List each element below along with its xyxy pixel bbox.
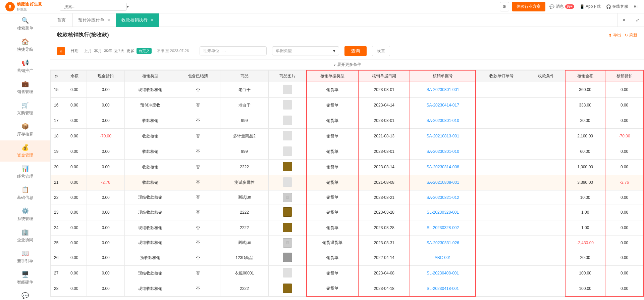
cell-goods: 多计量商品2 (220, 128, 269, 144)
cell-cash-discount: 0.00 (87, 159, 125, 175)
sidebar-item-search-menu[interactable]: 🔍 搜索菜单 (0, 13, 50, 35)
cell-include-settled: 否 (176, 82, 220, 97)
date-7days[interactable]: 近7天 (114, 48, 124, 54)
sidebar-item-enterprise[interactable]: 🏢 企业协同 (0, 225, 50, 246)
bill-no-link[interactable]: SA-20210813-001 (426, 134, 459, 138)
date-last-month[interactable]: 上月 (84, 48, 92, 54)
date-custom[interactable]: 自定义 (137, 48, 152, 54)
sidebar-label-finance: 资金管理 (17, 153, 33, 158)
sidebar-item-inventory[interactable]: 📦 库存核算 (0, 119, 50, 140)
settings-button[interactable]: 设置 (372, 46, 390, 56)
sidebar-item-basic-info[interactable]: 📋 基础信息 (0, 183, 50, 204)
bill-no-link[interactable]: SA-20230301-010 (426, 149, 459, 154)
date-this-month[interactable]: 本月 (94, 48, 102, 54)
table-row: 280.000.00现结收款核销否2222销货单2023-04-18SL-202… (51, 281, 644, 296)
cell-balance: 0.00 (62, 175, 87, 190)
bill-no-link[interactable]: SA-20230301-010 (426, 118, 459, 123)
bill-no-link[interactable]: SL-20230408-001 (427, 271, 459, 275)
bill-type-select[interactable]: 单据类型 ▾ (272, 46, 339, 55)
sidebar-item-marketing[interactable]: 📢 营销推广 (0, 56, 50, 77)
sidebar-item-newbie[interactable]: 📖 新手引导 (0, 246, 50, 267)
cell-collect-order-no (476, 159, 527, 175)
sidebar-item-quick-nav[interactable]: 🏠 快捷导航 (0, 35, 50, 56)
bill-no-link[interactable]: SA-20230331-026 (426, 241, 459, 245)
date-more[interactable]: 更多 (126, 48, 135, 54)
table-row: 180.00-70.00收款核销否多计量商品2销货单2021-08-13SA-2… (51, 128, 644, 144)
expand-conditions-bar[interactable]: ∨ 展开更多条件 (50, 60, 644, 70)
filter-expand-button[interactable]: » (57, 47, 65, 55)
sidebar-item-operations[interactable]: 📊 经营管理 (0, 162, 50, 183)
export-button[interactable]: ⬆ 导出 (608, 32, 621, 38)
date-no-limit: 不限 至 2023-07-26 (157, 48, 189, 53)
cell-writeoff-bill-type: 销货单 (307, 281, 358, 296)
sidebar-item-sales[interactable]: 💼 销售管理 (0, 77, 50, 98)
cell-writeoff-bill-no[interactable]: SA-20230331-026 (410, 235, 476, 250)
cell-collect-condition (527, 97, 565, 113)
cell-writeoff-bill-date: 2023-03-01 (358, 113, 410, 128)
cell-writeoff-discount: 0.00 (605, 113, 644, 128)
bill-no-link[interactable]: ABC-001 (435, 255, 451, 260)
sidebar-label-purchase: 采购管理 (17, 110, 33, 116)
cell-writeoff-bill-no[interactable]: SA-20230321-012 (410, 190, 476, 205)
tab-prepay-close-icon[interactable]: ✕ (107, 18, 110, 23)
cell-writeoff-discount: 0.00 (605, 281, 644, 296)
search-input[interactable] (60, 3, 127, 11)
tab-bar-actions: ✕ ⤢ (617, 13, 644, 27)
app-download-button[interactable]: 📱 App下载 (580, 4, 601, 9)
cell-writeoff-type: 现结收款核销 (125, 265, 176, 281)
bill-no-link[interactable]: SA-20210808-001 (426, 180, 459, 185)
bill-no-link[interactable]: SL-20230328-001 (427, 210, 459, 215)
table-row: 230.000.00现结收款核销否2222销货单2023-03-28SL-202… (51, 205, 644, 220)
cell-writeoff-bill-no[interactable]: SA-20210808-001 (410, 175, 476, 190)
cell-writeoff-discount: 0.00 (605, 144, 644, 159)
sidebar-label-enterprise: 企业协同 (17, 237, 33, 243)
tab-prepay[interactable]: 预付冲应付单 ✕ (73, 13, 116, 27)
trial-button[interactable]: 体验行业方案 (512, 2, 545, 11)
table-row: 160.000.00预付冲应收否老白干销货单2023-04-14SA-20230… (51, 97, 644, 113)
th-settings[interactable]: ⚙ (51, 70, 62, 82)
cell-writeoff-bill-no[interactable]: SA-20230301-010 (410, 113, 476, 128)
query-button[interactable]: 查询 (344, 46, 367, 56)
th-collect-condition: 收款条件 (527, 70, 565, 82)
cell-writeoff-type: 现结收款核销 (125, 205, 176, 220)
cell-writeoff-bill-no[interactable]: SA-20210813-001 (410, 128, 476, 144)
bill-no-link[interactable]: SA-20230321-012 (426, 195, 459, 200)
sidebar-item-wechat[interactable]: 💬 企业微信 (0, 289, 50, 300)
cell-writeoff-bill-no[interactable]: SA-20230301-010 (410, 144, 476, 159)
bill-no-link[interactable]: SA-20230314-008 (426, 165, 459, 169)
cell-writeoff-bill-no[interactable]: SA-20230314-008 (410, 159, 476, 175)
cell-writeoff-type: 现结收款核销 (125, 281, 176, 296)
sidebar-item-smart-hw[interactable]: 🖥️ 智能硬件 (0, 267, 50, 289)
sidebar-item-purchase[interactable]: 🛒 采购管理 (0, 98, 50, 119)
cell-writeoff-bill-no[interactable]: SL-20230328-002 (410, 220, 476, 235)
cell-goods: 测试多属性 (220, 175, 269, 190)
cell-writeoff-bill-no[interactable]: ABC-001 (410, 250, 476, 265)
bill-no-link[interactable]: SL-20230328-002 (427, 225, 459, 230)
cell-collect-order-no (476, 144, 527, 159)
cell-writeoff-bill-no[interactable]: SA-20230301-001 (410, 82, 476, 97)
sidebar-item-system[interactable]: ⚙️ 系统管理 (0, 204, 50, 225)
cell-writeoff-bill-date: 2023-03-28 (358, 205, 410, 220)
bill-no-link[interactable]: SL-20230418-001 (427, 286, 459, 291)
bill-no-link[interactable]: SA-20230414-017 (426, 103, 459, 108)
refresh-button[interactable]: ↻ 刷新 (625, 32, 637, 38)
tab-collect-close-icon[interactable]: ✕ (150, 18, 154, 23)
sidebar-item-finance[interactable]: 💰 资金管理 (0, 140, 50, 162)
cell-writeoff-bill-no[interactable]: SL-20230408-001 (410, 265, 476, 281)
cell-writeoff-bill-no[interactable]: SL-20230418-001 (410, 281, 476, 296)
message-button[interactable]: 💬 消息 99+ (549, 4, 574, 9)
cell-writeoff-type: 收款核销 (125, 113, 176, 128)
tab-bar-close-button[interactable]: ✕ (617, 13, 631, 27)
tab-collect[interactable]: 收款核销执行 ✕ (116, 13, 159, 27)
cell-writeoff-bill-no[interactable]: SA-20230414-017 (410, 97, 476, 113)
date-this-year[interactable]: 本年 (104, 48, 112, 54)
online-service-button[interactable]: 🎧 在线客服 (606, 4, 628, 9)
cell-writeoff-bill-no[interactable]: SL-20230328-001 (410, 205, 476, 220)
bill-no-link[interactable]: SA-20230301-001 (426, 87, 459, 92)
partner-input[interactable]: 往来单位 ··· (200, 46, 267, 55)
tab-bar-expand-button[interactable]: ⤢ (631, 13, 644, 27)
gear-button[interactable]: ⚙ (500, 2, 509, 11)
tab-home[interactable]: 首页 (50, 13, 73, 27)
tab-bar: 首页 预付冲应付单 ✕ 收款核销执行 ✕ ✕ ⤢ (50, 13, 644, 27)
cell-writeoff-type: 收款核销 (125, 175, 176, 190)
